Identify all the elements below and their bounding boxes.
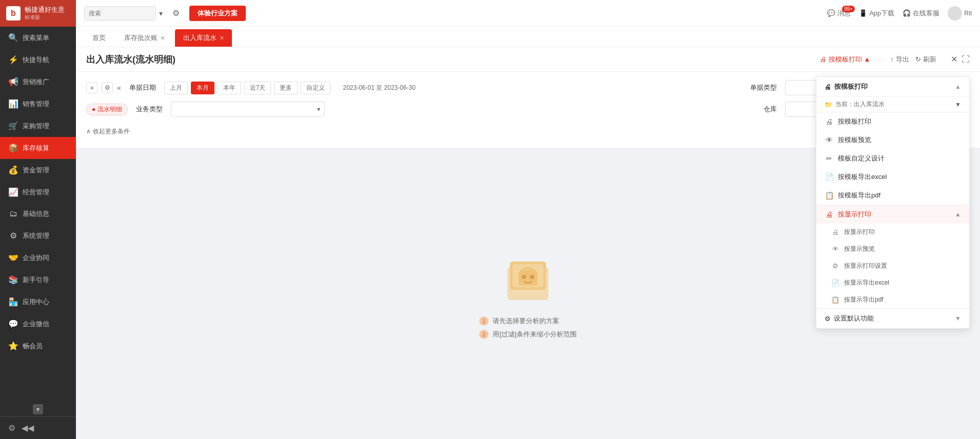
app-download-btn[interactable]: 📱 App下载 [859,9,894,18]
sidebar-item-inventory[interactable]: 📦 库存核算 [0,137,76,159]
template-export-excel-item[interactable]: 📄 按模板导出excel [816,168,969,186]
appstore-icon: 🏪 [8,297,18,307]
page-header-actions: 🖨 按模板打印 ▲ ··· ↑ 导出 ↻ 刷新 ✕ ⛶ [820,54,970,65]
tab-home[interactable]: 首页 [84,29,114,47]
refresh-btn-label: 刷新 [923,55,936,64]
basics-icon: 🗂 [8,209,18,218]
sidebar-item-search[interactable]: 🔍 搜索菜单 [0,27,76,49]
template-customize-item[interactable]: ✏ 模板自定义设计 [816,149,969,168]
collab-icon: 🤝 [8,253,18,263]
tab-close-icon[interactable]: × [161,34,165,42]
refresh-btn[interactable]: ↻ 刷新 [915,55,936,64]
page-header: 出入库流水(流水明细) 🖨 按模板打印 ▲ ··· ↑ 导出 ↻ 刷新 ✕ [76,47,980,72]
template-print-item[interactable]: 🖨 按模板打印 [816,112,969,131]
date-tag-last-month[interactable]: 上月 [164,82,188,94]
preview-icon: 👁 [825,136,834,144]
dropdown-collapse-icon[interactable]: ▲ [955,83,961,90]
date-tag-more[interactable]: 更多 [274,82,298,94]
sidebar-item-marketing[interactable]: 📢 营销推广 [0,71,76,93]
biz-type-select[interactable]: ▾ [171,102,325,117]
hint-text-2: 用[过滤]条件来缩小分析范围 [493,330,576,339]
print-dropdown-panel: 🖨 按模板打印 ▲ 📁 当前：出入库流水 ▼ 🖨 按模板打印 [816,76,970,329]
sidebar-item-wechat[interactable]: 💬 企业微信 [0,313,76,335]
export-icon: ↑ [891,55,894,63]
sidebar-item-label: 营销推广 [23,77,49,87]
expand-window-icon[interactable]: ⛶ [962,55,970,64]
sidebar-item-appstore[interactable]: 🏪 应用中心 [0,291,76,313]
search-dropdown-icon[interactable]: ▾ [159,9,163,17]
sidebar-item-quick-nav[interactable]: ⚡ 快捷导航 [0,49,76,71]
date-tag-7days[interactable]: 近7天 [244,82,271,94]
message-btn[interactable]: 💬 消息 99+ [827,9,851,18]
template-export-pdf-item[interactable]: 📋 按模板导出pdf [816,186,969,205]
window-btns: ✕ ⛶ [951,54,970,64]
sales-icon: 📊 [8,99,18,109]
sidebar-item-member[interactable]: ⭐ 畅会员 [0,335,76,357]
export-btn-label: 导出 [896,55,909,64]
sidebar-item-operations[interactable]: 📈 经营管理 [0,181,76,203]
sidebar-item-label: 经营管理 [23,188,49,197]
display-preview-item[interactable]: 👁 按显示预览 [816,241,969,257]
sidebar-item-label: 畅会员 [23,342,43,351]
sub-filter-label[interactable]: ● 流水明细 [86,104,128,115]
settings-icon[interactable]: ⚙ [8,423,15,433]
display-settings-item[interactable]: ⚙ 按显示打印设置 [816,257,969,274]
purchase-icon: 🛒 [8,121,18,131]
display-print-section-header[interactable]: 🖨 按显示打印 ▲ [816,205,969,224]
set-default-btn[interactable]: ⚙ 设置默认功能 [825,314,874,323]
scroll-down-btn[interactable]: ▼ [33,404,43,414]
trial-btn[interactable]: 体验行业方案 [189,6,246,21]
user-avatar-btn[interactable]: Rit [948,6,972,21]
print-btn-label: 按模板打印 [829,55,862,64]
topbar-settings-icon[interactable]: ⚙ [169,6,183,21]
date-tag-custom[interactable]: 自定义 [301,82,330,94]
filter-settings-btn[interactable]: ⚙ [102,82,113,93]
close-window-icon[interactable]: ✕ [951,54,957,64]
sidebar-item-system[interactable]: ⚙ 系统管理 [0,225,76,247]
search-icon: 🔍 [8,33,18,43]
sidebar-item-collab[interactable]: 🤝 企业协同 [0,247,76,269]
template-section: 🖨 按模板打印 👁 按模板预览 ✏ 模板自定义设计 📄 [816,112,969,205]
sidebar-item-sales[interactable]: 📊 销售管理 [0,93,76,115]
tab-close-icon[interactable]: × [220,34,224,42]
sidebar-item-purchase[interactable]: 🛒 采购管理 [0,115,76,137]
inventory-icon: 📦 [8,143,18,153]
search-input[interactable] [84,6,156,21]
sidebar-item-guide[interactable]: 📚 新手引导 [0,269,76,291]
sidebar-item-basics[interactable]: 🗂 基础信息 [0,203,76,225]
display-print-item[interactable]: 🖨 按显示打印 [816,224,969,241]
pdf-icon: 📋 [825,191,834,199]
export-btn[interactable]: ↑ 导出 [891,55,910,64]
sidebar-item-label: 系统管理 [23,231,49,241]
template-folder-icon: 📁 [825,101,832,108]
date-label: 单据日期 [129,83,156,92]
tab-label: 首页 [92,33,106,43]
collapse-more-btn[interactable]: ∧ 收起更多条件 [86,123,130,139]
date-tag-this-month[interactable]: 本月 [191,82,214,94]
template-preview-item[interactable]: 👁 按模板预览 [816,131,969,149]
filter-collapse-icon[interactable]: « [117,84,121,92]
tab-flow[interactable]: 出入库流水 × [175,29,232,47]
empty-illustration [497,249,559,310]
tab-batch-account[interactable]: 库存批次账 × [116,29,173,47]
biz-type-label: 业务类型 [136,105,163,114]
display-export-excel-item[interactable]: 📄 按显示导出excel [816,274,969,291]
collapse-sidebar-icon[interactable]: ◀◀ [22,423,34,433]
display-export-pdf-item[interactable]: 📋 按显示导出pdf [816,291,969,308]
app-logo: b 畅捷通好生意 标准版 [0,0,76,27]
print-template-btn[interactable]: 🖨 按模板打印 ▲ [820,55,871,64]
customer-service-btn[interactable]: 🎧 在线客服 [903,9,939,18]
dropdown-header: 🖨 按模板打印 ▲ [816,77,969,97]
date-tag-this-year[interactable]: 本年 [218,82,241,94]
filter-add-btn[interactable]: + [86,82,97,93]
collapse-icon: ∧ [86,128,91,135]
message-badge: 99+ [842,6,855,12]
filter-actions: + ⚙ « [86,82,121,93]
date-range-display: 2023-06-01 至 2023-06-30 [343,84,415,92]
display-preview-icon: 👁 [831,245,840,253]
sidebar-item-finance[interactable]: 💰 资金管理 [0,159,76,181]
sidebar-item-label: 库存核算 [23,144,49,153]
operations-icon: 📈 [8,187,18,197]
current-template-arrow[interactable]: ▼ [955,101,961,108]
logo-sub: 标准版 [25,14,65,21]
